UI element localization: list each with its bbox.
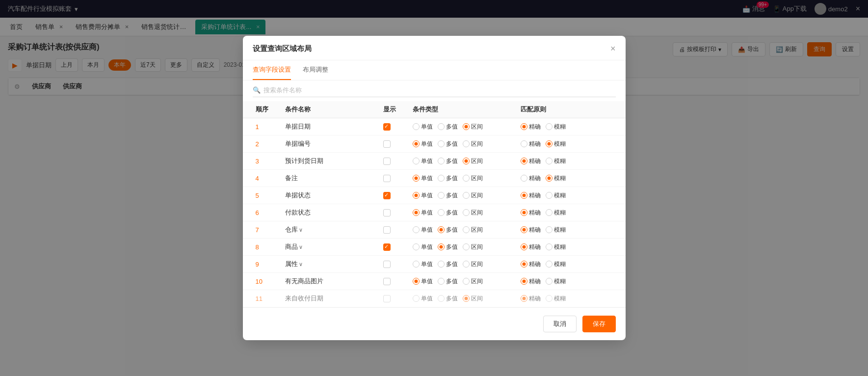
checkbox-display-3[interactable] [383, 158, 391, 165]
cell-display-10[interactable] [380, 274, 410, 289]
radio-multi-5[interactable]: 多值 [438, 191, 458, 200]
radio-exact-2[interactable]: 精确 [521, 140, 541, 148]
radio-range-10[interactable]: 区间 [463, 277, 483, 286]
radio-range-6[interactable]: 区间 [463, 209, 483, 217]
search-input[interactable] [263, 86, 362, 94]
radio-single-8[interactable]: 单值 [413, 243, 433, 251]
radio-range-9[interactable]: 区间 [463, 260, 483, 269]
cell-display-4[interactable] [380, 171, 410, 186]
radio-range-1[interactable]: 区间 [463, 123, 483, 131]
radio-range-5[interactable]: 区间 [463, 191, 483, 200]
radio-single-11[interactable]: 单值 [413, 295, 433, 303]
radio-fuzzy-4[interactable]: 模糊 [546, 174, 566, 183]
radio-range-8[interactable]: 区间 [463, 243, 483, 251]
cell-type-8: 单值 多值 区间 [410, 239, 518, 255]
expand-icon-7[interactable]: ∨ [299, 227, 303, 233]
radio-exact-7[interactable]: 精确 [521, 226, 541, 234]
cell-type-2: 单值 多值 区间 [410, 136, 518, 152]
radio-exact-9[interactable]: 精确 [521, 260, 541, 269]
radio-exact-10[interactable]: 精确 [521, 277, 541, 286]
radio-single-5[interactable]: 单值 [413, 191, 433, 200]
cancel-button[interactable]: 取消 [543, 316, 577, 332]
cell-display-3[interactable] [380, 154, 410, 169]
radio-multi-3[interactable]: 多值 [438, 157, 458, 165]
radio-exact-6[interactable]: 精确 [521, 209, 541, 217]
radio-single-6[interactable]: 单值 [413, 209, 433, 217]
radio-exact-1[interactable]: 精确 [521, 123, 541, 131]
radio-single-1[interactable]: 单值 [413, 123, 433, 131]
expand-icon-9[interactable]: ∨ [299, 261, 303, 268]
radio-multi-7[interactable]: 多值 [438, 226, 458, 234]
radio-range-11[interactable]: 区间 [463, 295, 483, 303]
radio-group-type-8: 单值 多值 区间 [413, 243, 483, 251]
checkbox-display-10[interactable] [383, 278, 391, 285]
cell-display-6[interactable] [380, 205, 410, 220]
dialog-table-header: 顺序 条件名称 显示 条件类型 匹配原则 [243, 101, 626, 118]
cell-display-2[interactable] [380, 136, 410, 152]
radio-exact-8[interactable]: 精确 [521, 243, 541, 251]
cell-type-3: 单值 多值 区间 [410, 153, 518, 169]
radio-multi-8[interactable]: 多值 [438, 243, 458, 251]
radio-multi-1[interactable]: 多值 [438, 123, 458, 131]
cell-display-8[interactable] [380, 240, 410, 255]
radio-range-7[interactable]: 区间 [463, 226, 483, 234]
checkbox-display-5[interactable] [383, 192, 391, 199]
radio-multi-9[interactable]: 多值 [438, 260, 458, 269]
radio-single-10[interactable]: 单值 [413, 277, 433, 286]
radio-multi-11[interactable]: 多值 [438, 295, 458, 303]
table-row: 5 单据状态 单值 多值 区间 精确 模糊 [243, 187, 626, 204]
radio-fuzzy-3[interactable]: 模糊 [546, 157, 566, 165]
radio-single-4[interactable]: 单值 [413, 174, 433, 183]
radio-fuzzy-6[interactable]: 模糊 [546, 209, 566, 217]
radio-exact-5[interactable]: 精确 [521, 191, 541, 200]
radio-fuzzy-5[interactable]: 模糊 [546, 191, 566, 200]
radio-single-3[interactable]: 单值 [413, 157, 433, 165]
radio-fuzzy-7[interactable]: 模糊 [546, 226, 566, 234]
radio-fuzzy-11[interactable]: 模糊 [546, 295, 566, 303]
checkbox-display-8[interactable] [383, 243, 391, 251]
radio-exact-3[interactable]: 精确 [521, 157, 541, 165]
radio-single-7[interactable]: 单值 [413, 226, 433, 234]
radio-single-2[interactable]: 单值 [413, 140, 433, 148]
cell-name-9: 属性 ∨ [282, 256, 380, 272]
radio-exact-11[interactable]: 精确 [521, 295, 541, 303]
radio-range-2[interactable]: 区间 [463, 140, 483, 148]
checkbox-display-9[interactable] [383, 261, 391, 268]
radio-multi-4[interactable]: 多值 [438, 174, 458, 183]
radio-group-type-1: 单值 多值 区间 [413, 123, 483, 131]
cell-display-9[interactable] [380, 257, 410, 272]
tab-layout-adjust[interactable]: 布局调整 [303, 60, 328, 80]
cell-display-5[interactable] [380, 188, 410, 203]
radio-fuzzy-2[interactable]: 模糊 [546, 140, 566, 148]
radio-fuzzy-1[interactable]: 模糊 [546, 123, 566, 131]
radio-fuzzy-9[interactable]: 模糊 [546, 260, 566, 269]
radio-range-4[interactable]: 区间 [463, 174, 483, 183]
cell-match-10: 精确 模糊 [518, 273, 616, 290]
radio-multi-6[interactable]: 多值 [438, 209, 458, 217]
cell-type-9: 单值 多值 区间 [410, 256, 518, 272]
checkbox-display-6[interactable] [383, 209, 391, 216]
checkbox-display-1[interactable] [383, 123, 391, 131]
dialog-close-btn[interactable]: × [610, 44, 616, 54]
radio-fuzzy-8[interactable]: 模糊 [546, 243, 566, 251]
radio-exact-4[interactable]: 精确 [521, 174, 541, 183]
save-button[interactable]: 保存 [582, 316, 616, 332]
cell-display-7[interactable] [380, 222, 410, 238]
radio-group-match-11: 精确 模糊 [521, 295, 566, 303]
radio-fuzzy-10[interactable]: 模糊 [546, 277, 566, 286]
tab-query-fields[interactable]: 查询字段设置 [253, 60, 291, 80]
cell-display-1[interactable] [380, 119, 410, 134]
radio-group-type-6: 单值 多值 区间 [413, 209, 483, 217]
radio-range-3[interactable]: 区间 [463, 157, 483, 165]
checkbox-display-2[interactable] [383, 140, 391, 148]
checkbox-display-7[interactable] [383, 226, 391, 234]
radio-multi-2[interactable]: 多值 [438, 140, 458, 148]
col-match-rule: 匹配原则 [518, 101, 616, 118]
radio-multi-10[interactable]: 多值 [438, 277, 458, 286]
expand-icon-8[interactable]: ∨ [299, 244, 303, 250]
cell-display-11[interactable] [380, 291, 410, 306]
radio-single-9[interactable]: 单值 [413, 260, 433, 269]
cell-order-8: 8 [253, 240, 282, 255]
checkbox-display-11[interactable] [383, 295, 391, 302]
checkbox-display-4[interactable] [383, 175, 391, 182]
